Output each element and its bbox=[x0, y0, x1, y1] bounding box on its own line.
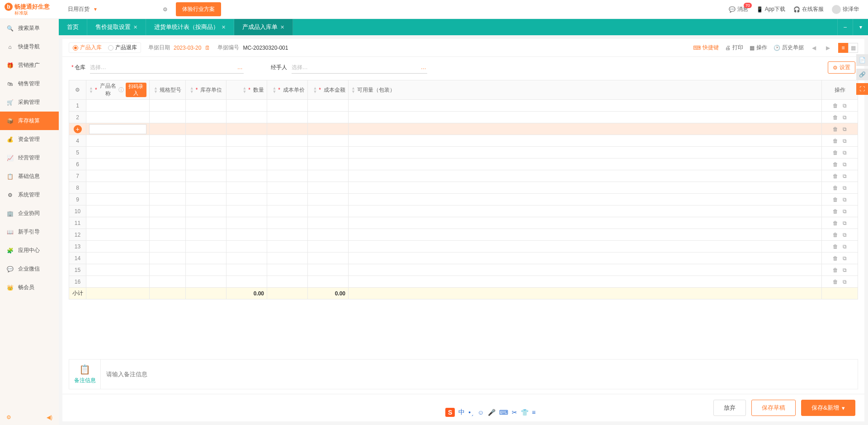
table-row[interactable]: 7🗑⧉ bbox=[69, 170, 858, 182]
col-unit[interactable]: ▲▼*库存单位 bbox=[186, 80, 226, 100]
copy-icon[interactable]: ⧉ bbox=[843, 173, 847, 179]
cell-qty[interactable] bbox=[226, 135, 267, 147]
operate-button[interactable]: ▦操作 bbox=[750, 44, 767, 51]
cell-unit[interactable] bbox=[186, 135, 226, 147]
table-row[interactable]: 4🗑⧉ bbox=[69, 135, 858, 147]
table-row[interactable]: 11🗑⧉ bbox=[69, 217, 858, 229]
cell-available[interactable] bbox=[349, 135, 822, 147]
cell-product-name[interactable] bbox=[86, 147, 150, 159]
sidebar-item-6[interactable]: 💰资金管理 bbox=[0, 130, 59, 149]
copy-icon[interactable]: ⧉ bbox=[843, 208, 847, 215]
sidebar-item-7[interactable]: 📈经营管理 bbox=[0, 149, 59, 167]
col-settings[interactable]: ⚙ bbox=[69, 80, 86, 100]
cell-unit[interactable] bbox=[186, 205, 226, 217]
cell-unit[interactable] bbox=[186, 229, 226, 241]
table-row[interactable]: 5🗑⧉ bbox=[69, 147, 858, 159]
tab-menu-button[interactable]: ▾ bbox=[853, 19, 868, 35]
cell-cost-price[interactable] bbox=[267, 229, 308, 241]
copy-icon[interactable]: ⧉ bbox=[843, 279, 847, 285]
product-name-input[interactable] bbox=[89, 124, 146, 134]
cell-unit[interactable] bbox=[186, 241, 226, 252]
rail-note-button[interactable]: 📄 bbox=[856, 54, 868, 66]
delete-icon[interactable]: 🗑 bbox=[833, 196, 838, 203]
col-cost-amount[interactable]: ▲▼*成本金额 bbox=[308, 80, 349, 100]
discard-button[interactable]: 放弃 bbox=[713, 400, 746, 416]
sidebar-item-8[interactable]: 📋基础信息 bbox=[0, 167, 59, 186]
cell-available[interactable] bbox=[349, 159, 822, 170]
delete-icon[interactable]: 🗑 bbox=[833, 173, 838, 179]
cell-qty[interactable] bbox=[226, 264, 267, 276]
table-row[interactable]: 1🗑⧉ bbox=[69, 100, 858, 112]
delete-icon[interactable]: 🗑 bbox=[833, 279, 838, 285]
cell-unit[interactable] bbox=[186, 182, 226, 194]
radio-product-in[interactable]: 产品入库 bbox=[73, 44, 102, 51]
cell-spec[interactable] bbox=[150, 112, 186, 123]
col-product-name[interactable]: ▲▼*产品名称ⓘ 扫码录入 bbox=[86, 80, 150, 100]
cell-cost-amount[interactable] bbox=[308, 264, 349, 276]
sidebar-item-1[interactable]: ⌂快捷导航 bbox=[0, 37, 59, 56]
prev-doc-button[interactable]: ◀ bbox=[810, 45, 818, 51]
table-row[interactable]: 12🗑⧉ bbox=[69, 229, 858, 241]
sidebar-item-13[interactable]: 💬企业微信 bbox=[0, 260, 59, 278]
cell-spec[interactable] bbox=[150, 123, 186, 135]
cell-qty[interactable] bbox=[226, 123, 267, 135]
cell-available[interactable] bbox=[349, 170, 822, 182]
cell-unit[interactable] bbox=[186, 194, 226, 205]
table-row[interactable]: 10🗑⧉ bbox=[69, 205, 858, 217]
cell-unit[interactable] bbox=[186, 252, 226, 264]
sidebar-item-5[interactable]: 📦库存核算 bbox=[0, 112, 59, 130]
cell-product-name[interactable] bbox=[86, 182, 150, 194]
cell-product-name[interactable] bbox=[86, 276, 150, 288]
cell-cost-price[interactable] bbox=[267, 194, 308, 205]
cell-available[interactable] bbox=[349, 229, 822, 241]
delete-icon[interactable]: 🗑 bbox=[833, 185, 838, 191]
cell-cost-amount[interactable] bbox=[308, 252, 349, 264]
table-row[interactable]: 9🗑⧉ bbox=[69, 194, 858, 205]
sidebar-item-0[interactable]: 🔍搜索菜单 bbox=[0, 19, 59, 37]
cell-spec[interactable] bbox=[150, 147, 186, 159]
cell-unit[interactable] bbox=[186, 276, 226, 288]
delete-icon[interactable]: 🗑 bbox=[833, 114, 838, 121]
cell-cost-price[interactable] bbox=[267, 205, 308, 217]
cell-cost-amount[interactable] bbox=[308, 147, 349, 159]
view-list-button[interactable]: ≡ bbox=[838, 43, 848, 53]
rail-link-button[interactable]: 🔗 bbox=[856, 69, 868, 80]
cell-cost-amount[interactable] bbox=[308, 123, 349, 135]
table-row[interactable]: 14🗑⧉ bbox=[69, 252, 858, 264]
table-row[interactable]: +🗑⧉ bbox=[69, 123, 858, 135]
print-button[interactable]: 🖨打印 bbox=[725, 44, 743, 51]
copy-icon[interactable]: ⧉ bbox=[843, 161, 847, 168]
sidebar-item-11[interactable]: 📖新手引导 bbox=[0, 223, 59, 241]
cell-cost-amount[interactable] bbox=[308, 217, 349, 229]
cell-spec[interactable] bbox=[150, 170, 186, 182]
warehouse-select[interactable]: 选择… … bbox=[90, 62, 244, 74]
cell-qty[interactable] bbox=[226, 241, 267, 252]
cell-spec[interactable] bbox=[150, 182, 186, 194]
cell-available[interactable] bbox=[349, 100, 822, 112]
cell-cost-price[interactable] bbox=[267, 112, 308, 123]
cell-cost-price[interactable] bbox=[267, 264, 308, 276]
sidebar-item-14[interactable]: 👑畅会员 bbox=[0, 278, 59, 297]
cell-spec[interactable] bbox=[150, 241, 186, 252]
table-row[interactable]: 2🗑⧉ bbox=[69, 112, 858, 123]
messages-button[interactable]: 💬 消息 70 bbox=[729, 5, 748, 13]
delete-icon[interactable]: 🗑 bbox=[833, 243, 838, 250]
cell-spec[interactable] bbox=[150, 159, 186, 170]
save-draft-button[interactable]: 保存草稿 bbox=[751, 400, 796, 416]
cell-cost-price[interactable] bbox=[267, 170, 308, 182]
cell-cost-amount[interactable] bbox=[308, 135, 349, 147]
cell-available[interactable] bbox=[349, 123, 822, 135]
delete-icon[interactable]: 🗑 bbox=[833, 138, 838, 144]
cell-cost-amount[interactable] bbox=[308, 170, 349, 182]
cell-cost-price[interactable] bbox=[267, 135, 308, 147]
settings-button[interactable]: ⚙ 设置 bbox=[828, 61, 855, 74]
delete-icon[interactable]: 🗑 bbox=[833, 255, 838, 262]
cell-cost-amount[interactable] bbox=[308, 159, 349, 170]
cell-unit[interactable] bbox=[186, 159, 226, 170]
cell-unit[interactable] bbox=[186, 112, 226, 123]
cell-available[interactable] bbox=[349, 276, 822, 288]
cell-cost-amount[interactable] bbox=[308, 205, 349, 217]
cell-available[interactable] bbox=[349, 182, 822, 194]
cell-product-name[interactable] bbox=[86, 100, 150, 112]
cell-product-name[interactable] bbox=[86, 241, 150, 252]
